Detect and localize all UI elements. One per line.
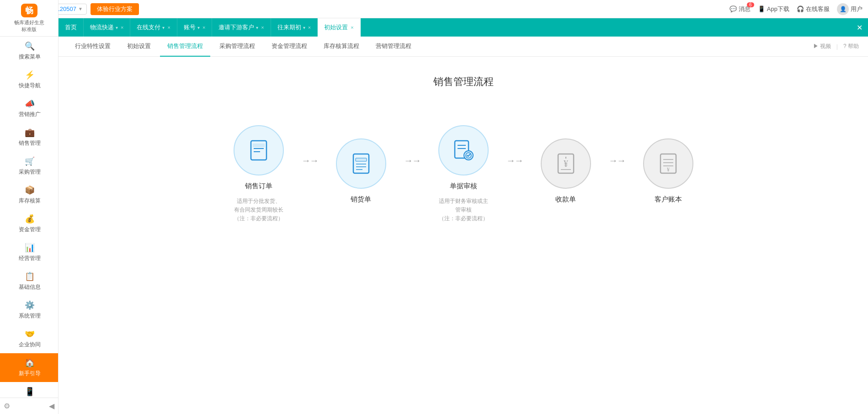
dropdown-arrow-icon: ▼ — [78, 6, 83, 11]
operations-icon: 📊 — [25, 243, 35, 253]
sidebar-item-collab[interactable]: 🤝 企业协同 — [0, 324, 58, 353]
account-arrow-icon: ▾ — [197, 25, 200, 30]
nav-tabs: 首页 物流快递 ▾ × 在线支付 ▾ × 账号 ▾ × 邀请下游客户 ▾ × 往… — [59, 18, 868, 37]
help-button[interactable]: ? 帮助 — [843, 42, 859, 50]
receipt-icon: ¥ — [554, 152, 577, 175]
nav-tab-invite[interactable]: 邀请下游客户 ▾ × — [212, 18, 271, 37]
logistics-close-icon[interactable]: × — [121, 25, 123, 30]
sub-tab-marketing-flow[interactable]: 营销管理流程 — [368, 37, 419, 57]
flow-step-ledger: ¥ 客户账本 — [627, 138, 709, 210]
collapse-sidebar-button[interactable]: ◀ — [49, 402, 54, 410]
flow-circle-approval[interactable] — [438, 125, 489, 175]
invoice-icon — [350, 152, 373, 175]
close-all-tabs-button[interactable]: ✕ — [851, 18, 868, 37]
flow-step-approval: 单据审核 适用于财务审核或主管审核（注：非必要流程） — [422, 125, 505, 223]
sub-tab-finance-flow[interactable]: 资金管理流程 — [264, 37, 314, 57]
nav-tab-home[interactable]: 首页 — [59, 18, 84, 37]
sidebar-label-collab: 企业协同 — [19, 341, 41, 349]
sidebar-item-operations[interactable]: 📊 经营管理 — [0, 238, 58, 267]
sidebar-label-inventory: 库存核算 — [19, 197, 41, 205]
sidebar-item-finance[interactable]: 💰 资金管理 — [0, 209, 58, 238]
sidebar-item-purchase[interactable]: 🛒 采购管理 — [0, 152, 58, 180]
top-header: 用户690企业1660120507 ▼ 体验行业方案 💬 消息 6 📱 App下… — [0, 0, 868, 18]
service-icon: 🎧 — [797, 5, 804, 12]
flow-circle-sales-order[interactable] — [234, 125, 284, 175]
divider: | — [836, 43, 838, 50]
customer-service-button[interactable]: 🎧 在线客服 — [797, 5, 830, 13]
nav-tab-period[interactable]: 往来期初 ▾ × — [271, 18, 318, 37]
sub-tab-init[interactable]: 初始设置 — [120, 37, 158, 57]
period-close-icon[interactable]: × — [308, 25, 311, 30]
flow-arrow-1: →→ — [302, 155, 318, 166]
sidebar-item-basicinfo[interactable]: 📋 基础信息 — [0, 267, 58, 296]
video-icon: ▶ — [813, 43, 819, 49]
video-label: 视频 — [820, 43, 831, 49]
header-right: 💬 消息 6 📱 App下载 🎧 在线客服 👤 用户 — [730, 3, 863, 15]
step-name-approval: 单据审核 — [450, 182, 477, 191]
nav-tab-logistics[interactable]: 物流快递 ▾ × — [84, 18, 130, 37]
nav-tab-account-label: 账号 — [184, 23, 196, 32]
sidebar-item-marketing[interactable]: 📣 营销推广 — [0, 94, 58, 123]
payment-close-icon[interactable]: × — [167, 25, 170, 30]
ledger-icon: ¥ — [657, 152, 680, 175]
logo-icon: 畅 — [21, 4, 37, 17]
collab-icon: 🤝 — [25, 329, 35, 339]
step-name-ledger: 客户账本 — [655, 195, 682, 204]
sidebar-label-sales: 销售管理 — [19, 139, 41, 147]
flow-circle-ledger[interactable]: ¥ — [643, 138, 693, 189]
flow-diagram: 销售订单 适用于分批发货、有合同发货周期较长（注：非必要流程） →→ 销货单 — [68, 116, 859, 233]
sidebar-item-inventory[interactable]: 📦 库存核算 — [0, 180, 58, 209]
sidebar-label-search: 搜索菜单 — [19, 53, 41, 61]
video-help-button[interactable]: ▶ 视频 — [813, 42, 831, 50]
sidebar-item-guide[interactable]: 🏠 新手引导 — [0, 353, 58, 382]
flow-circle-invoice[interactable] — [336, 138, 386, 189]
sub-tab-finance-flow-label: 资金管理流程 — [272, 42, 307, 50]
sidebar: 畅 畅库通好生意标准版 🔍 搜索菜单 ⚡ 快捷导航 📣 营销推广 💼 销售管理 … — [0, 0, 59, 414]
flow-circle-receipt[interactable]: ¥ — [541, 138, 591, 189]
account-close-icon[interactable]: × — [202, 25, 205, 30]
svg-rect-4 — [253, 143, 265, 147]
sidebar-label-quicknav: 快捷导航 — [19, 82, 41, 90]
sidebar-item-system[interactable]: ⚙️ 系统管理 — [0, 296, 58, 324]
sales-order-icon — [247, 139, 270, 162]
app-download-button[interactable]: 📱 App下载 — [758, 5, 789, 13]
flow-arrow-3: →→ — [506, 155, 523, 166]
sidebar-item-search[interactable]: 🔍 搜索菜单 — [0, 37, 58, 65]
nav-tab-payment[interactable]: 在线支付 ▾ × — [130, 18, 177, 37]
sidebar-footer: ⚙ ◀ — [0, 398, 58, 414]
flow-step-receipt: ¥ 收款单 — [525, 138, 607, 210]
nav-tab-init[interactable]: 初始设置 × — [318, 18, 360, 37]
sub-tab-inventory-flow[interactable]: 库存核算流程 — [316, 37, 367, 57]
init-close-icon[interactable]: × — [351, 25, 353, 30]
step-name-receipt: 收款单 — [555, 195, 576, 204]
basicinfo-icon: 📋 — [25, 271, 35, 281]
sub-tab-purchase-flow[interactable]: 采购管理流程 — [212, 37, 262, 57]
sidebar-label-system: 系统管理 — [19, 312, 41, 320]
sub-tab-sales-flow-label: 销售管理流程 — [167, 42, 203, 50]
invite-close-icon[interactable]: × — [261, 25, 264, 30]
message-button[interactable]: 💬 消息 6 — [730, 5, 751, 13]
approval-icon — [452, 139, 475, 162]
nav-tab-init-label: 初始设置 — [324, 23, 348, 32]
trial-button[interactable]: 体验行业方案 — [91, 3, 139, 15]
sidebar-item-sales[interactable]: 💼 销售管理 — [0, 123, 58, 152]
svg-rect-5 — [353, 154, 369, 173]
settings-footer-button[interactable]: ⚙ — [4, 402, 10, 410]
svg-text:¥: ¥ — [667, 166, 670, 173]
sidebar-item-quicknav[interactable]: ⚡ 快捷导航 — [0, 65, 58, 94]
nav-tab-account[interactable]: 账号 ▾ × — [177, 18, 212, 37]
sidebar-item-appcenter[interactable]: 📱 应用中心 — [0, 382, 58, 398]
invite-arrow-icon: ▾ — [256, 25, 258, 30]
sidebar-label-finance: 资金管理 — [19, 226, 41, 234]
nav-tab-payment-label: 在线支付 — [137, 23, 160, 32]
flow-arrow-2: →→ — [404, 155, 421, 166]
appcenter-icon: 📱 — [25, 387, 35, 397]
message-icon: 💬 — [730, 5, 737, 12]
inventory-icon: 📦 — [25, 185, 35, 195]
avatar-icon: 👤 — [840, 6, 847, 12]
sub-tab-sales-flow[interactable]: 销售管理流程 — [160, 37, 210, 57]
sub-tabs-right: ▶ 视频 | ? 帮助 — [813, 42, 859, 50]
sidebar-nav: 🔍 搜索菜单 ⚡ 快捷导航 📣 营销推广 💼 销售管理 🛒 采购管理 📦 库存核… — [0, 37, 58, 398]
sub-tab-industry[interactable]: 行业特性设置 — [68, 37, 118, 57]
user-profile-button[interactable]: 👤 用户 — [837, 3, 863, 15]
